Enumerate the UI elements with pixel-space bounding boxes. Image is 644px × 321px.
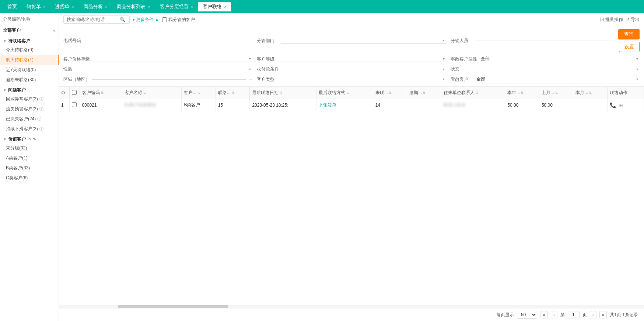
nav-product-analysis[interactable]: 商品分析 × <box>79 2 112 11</box>
prev-page-button[interactable]: ‹ <box>551 311 557 318</box>
batch-ops-button[interactable]: ☑ 批量操作 <box>600 17 623 23</box>
col-action[interactable]: 联络动作 <box>607 87 644 99</box>
sidebar-item-churn-warning[interactable]: 流失预警客户(3) ⓘ <box>0 104 59 114</box>
col-last-month[interactable]: 上月...⇅ <box>539 87 573 99</box>
checkbox-icon: ☑ <box>600 17 604 22</box>
nav-customer-contact[interactable]: 客户联络 × <box>198 2 231 11</box>
filter-label-phone: 电话号码 <box>63 38 85 44</box>
sidebar-item-today-pending[interactable]: 今天待联络(0) <box>0 45 59 55</box>
search-input[interactable] <box>67 17 118 22</box>
filter-select-retail-customer[interactable]: 全部 ▾ <box>475 75 640 83</box>
chevron-down-icon: ▾ <box>249 67 251 71</box>
filter-label-price-level: 客户价格等级 <box>63 56 90 62</box>
filter-select-price-level[interactable]: ▾ <box>92 56 252 62</box>
filter-select-customer-type[interactable]: ▾ <box>281 76 446 82</box>
horizontal-scrollbar[interactable] <box>59 305 644 308</box>
filter-icon: ▾ <box>133 17 135 22</box>
refresh-icon[interactable]: ↻ <box>28 137 31 142</box>
close-icon[interactable]: × <box>148 4 150 9</box>
col-type[interactable]: 客户...⇅ <box>182 87 216 99</box>
filter-input-phone[interactable] <box>88 37 252 44</box>
col-unit-contact[interactable]: 往来单位联系人⇅ <box>441 87 505 99</box>
collapse-icon[interactable]: « <box>53 28 56 33</box>
more-icon[interactable]: ··· <box>612 38 616 44</box>
close-icon[interactable]: × <box>105 4 107 9</box>
sidebar-item-tomorrow-pending[interactable]: 明天待联络(1) <box>0 55 59 65</box>
filter-select-dept[interactable]: ▾ <box>281 38 446 44</box>
filter-select-customer-level[interactable]: ▾ <box>281 56 446 62</box>
my-customer-checkbox[interactable] <box>162 17 167 22</box>
sidebar-item-b-class[interactable]: B类客户(33) <box>0 163 59 173</box>
col-code[interactable]: 客户编码⇅ <box>80 87 122 99</box>
nav-home[interactable]: 首页 <box>3 2 21 11</box>
filter-select-nature[interactable]: ▾ <box>88 66 252 72</box>
col-name[interactable]: 客户名称⇅ <box>122 87 182 99</box>
filter-select-retail-attr[interactable]: 全部 ▾ <box>479 55 640 63</box>
last-page-button[interactable]: » <box>599 311 607 318</box>
grid-icon[interactable]: ⊞ <box>619 102 623 108</box>
col-settings[interactable]: ⚙ <box>59 87 69 99</box>
content-area: 🔍 ▾ 更多条件 ▲ 我分管的客户 ☑ 批量操作 ↗ 导出 <box>59 13 644 321</box>
sidebar-search-input[interactable] <box>3 17 58 22</box>
chevron-down-icon: ▾ <box>636 57 638 61</box>
nav-product-analysis-list[interactable]: 商品分析列表 × <box>112 2 154 11</box>
page-unit-label: 页 <box>582 312 587 318</box>
nav-sales-order[interactable]: 销货单 × <box>22 2 50 11</box>
query-button[interactable]: 查询 <box>618 29 640 39</box>
col-not-contacted[interactable]: 未联...⇅ <box>373 87 407 99</box>
cell-last-month: 50.00 <box>539 99 573 111</box>
sidebar-item-declining[interactable]: 持续下滑客户(2) ⓘ <box>0 124 59 134</box>
chevron-down-icon: ▾ <box>636 67 638 71</box>
settings-button[interactable]: 设置 <box>619 42 640 52</box>
sidebar-item-ungrouped[interactable]: 未分组(32) <box>0 143 59 153</box>
search-icon[interactable]: 🔍 <box>120 17 125 22</box>
nav-purchase-order[interactable]: 进货单 × <box>50 2 78 11</box>
cell-code: 000021 <box>80 99 122 111</box>
arrow-icon: ▼ <box>3 137 7 141</box>
phone-icon[interactable]: 📞 <box>610 102 616 108</box>
filter-bar-right: ☑ 批量操作 ↗ 导出 <box>600 17 640 23</box>
table-row: 1 000021 Ea客户名称测试 B类客户 15 2023-05-23 18:… <box>59 99 644 111</box>
edit-icon[interactable]: ✎ <box>33 137 36 142</box>
col-contact-count[interactable]: 联络...⇅ <box>216 87 250 99</box>
cell-this-year: 50.00 <box>505 99 539 111</box>
col-this-month[interactable]: 本月...⇅ <box>573 87 608 99</box>
all-customers-header[interactable]: 全部客户 « <box>0 25 59 36</box>
info-icon: ⓘ <box>39 106 43 112</box>
nav-customer-tier[interactable]: 客户分层经营 × <box>155 2 197 11</box>
close-icon[interactable]: × <box>191 4 193 9</box>
col-last-date[interactable]: 最后联络日期⇅ <box>250 87 316 99</box>
filter-row-dept: 分管部门 ▾ <box>257 29 446 52</box>
info-icon: ⓘ <box>39 96 43 102</box>
sidebar-item-repurchase-abnormal[interactable]: 回购异常客户(2) ⓘ <box>0 94 59 104</box>
more-filters-button[interactable]: ▾ 更多条件 ▲ <box>133 17 159 23</box>
select-all-checkbox[interactable] <box>72 90 77 95</box>
scroll-thumb[interactable] <box>118 305 228 308</box>
sidebar-item-a-class[interactable]: A类客户(1) <box>0 153 59 163</box>
col-this-year[interactable]: 本年...⇅ <box>505 87 539 99</box>
next-page-button[interactable]: › <box>590 311 596 318</box>
first-page-button[interactable]: « <box>540 311 548 318</box>
filter-select-status[interactable]: ▾ <box>475 66 640 72</box>
export-button[interactable]: ↗ 导出 <box>626 17 640 23</box>
sidebar-item-overdue-pending[interactable]: 逾期未联络(30) <box>0 75 59 85</box>
page-number-input[interactable] <box>568 311 580 318</box>
filter-label-region: 区域（地区） <box>63 76 90 83</box>
close-icon[interactable]: × <box>224 4 226 9</box>
cell-checkbox[interactable] <box>69 99 80 111</box>
more-icon[interactable]: ··· <box>248 76 253 82</box>
close-icon[interactable]: × <box>71 4 74 9</box>
col-checkbox[interactable] <box>69 87 80 99</box>
sidebar-item-7day-pending[interactable]: 近7天待联络(0) <box>0 65 59 75</box>
page-size-select[interactable]: 50 10 20 100 <box>517 311 537 319</box>
sidebar-item-churned[interactable]: 已流失客户(24) ⓘ <box>0 114 59 124</box>
cell-last-method[interactable]: 下销货单 <box>316 99 373 111</box>
sidebar-item-c-class[interactable]: C类客户(6) <box>0 173 59 183</box>
filter-label-customer-type: 客户类型 <box>257 76 279 83</box>
col-overdue[interactable]: 逾期...⇅ <box>407 87 441 99</box>
filter-select-payment-terms[interactable]: ▾ <box>281 66 446 72</box>
filter-actions: 查询 设置 <box>618 29 640 52</box>
col-last-method[interactable]: 最后联络方式⇅ <box>316 87 373 99</box>
close-icon[interactable]: × <box>43 4 45 9</box>
table-header-row: ⚙ 客户编码⇅ 客户名称⇅ 客户...⇅ 联络...⇅ 最后联络日期⇅ 最后联络… <box>59 87 644 99</box>
